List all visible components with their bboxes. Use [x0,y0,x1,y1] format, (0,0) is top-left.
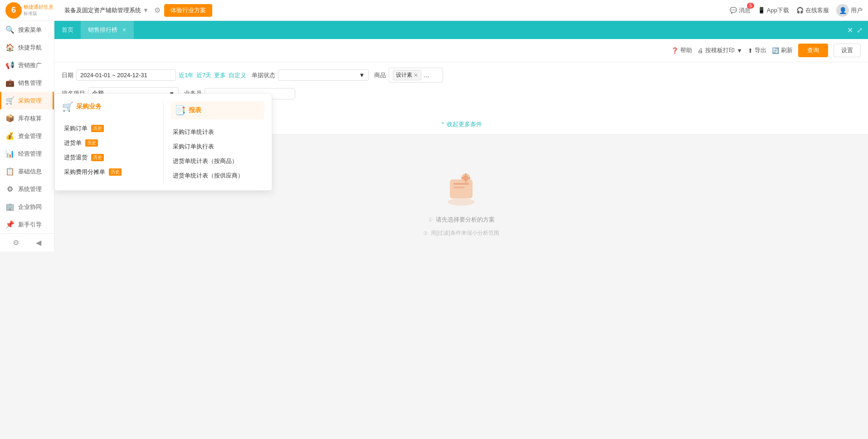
dropdown-item-purchase-order[interactable]: 采购订单 历史 [62,121,156,136]
date-near1year[interactable]: 近1年 [179,71,194,79]
filter-status-item: 单据状态 ▼ [252,69,369,81]
settings-button[interactable]: 设置 [834,44,861,57]
nav-settings-icon[interactable]: ⚙ [154,6,161,15]
goods-tag-close[interactable]: ✕ [414,72,418,79]
date-value: 2024-01-01 ~ 2024-12-31 [80,72,147,79]
search-icon: 🔍 [5,25,15,34]
sidebar-item-capital[interactable]: 💰 资金管理 [0,127,54,145]
tab-bar-close-icon[interactable]: ✕ [847,26,853,35]
help-label: 帮助 [680,46,692,54]
goods-tag: 设计素 ✕ [393,70,421,80]
purchase-return-label: 进货退货 [64,153,88,162]
basic-icon: 📋 [5,167,15,176]
dropdown-item-report-receive-supplier[interactable]: 进货单统计表（按供应商） [171,168,265,183]
refresh-action[interactable]: 🔄 刷新 [772,46,793,54]
sidebar-item-quicknav[interactable]: 🏠 快捷导航 [0,39,54,56]
app-download-action[interactable]: 📱 App下载 [758,6,789,15]
dropdown-item-report-receive-goods[interactable]: 进货单统计表（按商品） [171,154,265,168]
export-action[interactable]: ⬆ 导出 [748,46,766,54]
sidebar-item-basic[interactable]: 📋 基础信息 [0,163,54,180]
sidebar-bottom: ⚙ ◀ [0,233,54,252]
help-icon: ❓ [671,47,678,54]
refresh-label: 刷新 [781,46,793,54]
sidebar-item-system[interactable]: ⚙ 系统管理 [0,180,54,198]
tab-salesrank[interactable]: 销售排行榜 ✕ [81,21,134,39]
message-icon: 💬 [730,7,737,14]
history-tag-1: 历史 [91,125,104,132]
sidebar-collapse-btn[interactable]: ◀ [36,238,41,247]
tab-bar-right: ✕ ⤢ [847,26,868,35]
dropdown-item-report-order-stat[interactable]: 采购订单统计表 [171,125,265,139]
dropdown-item-purchase-receive[interactable]: 进货单 历史 [62,136,156,150]
dropdown-item-purchase-return[interactable]: 进货退货 历史 [62,150,156,165]
report-order-exec-label: 采购订单执行表 [173,143,214,151]
top-bar: 6 畅捷通好生意 标准版 装备及固定资产辅助管理系统 ▼ ⚙ 体验行业方案 💬 … [0,0,868,21]
sidebar-item-search[interactable]: 🔍 搜索菜单 [0,21,54,39]
goods-more-dots[interactable]: … [423,72,429,79]
sidebar-settings-btn[interactable]: ⚙ [13,238,19,247]
logo-icon: 6 [5,2,22,19]
avatar: 👤 [836,4,849,17]
date-near7days[interactable]: 近7天 [196,71,211,79]
online-service-action[interactable]: 🎧 在线客服 [796,6,829,15]
help-action[interactable]: ❓ 帮助 [671,46,692,54]
solution-button[interactable]: 体验行业方案 [164,4,212,17]
top-nav-area: 装备及固定资产辅助管理系统 ▼ ⚙ 体验行业方案 [60,4,730,17]
sidebar-item-label-enterprise: 企业协同 [18,203,42,211]
export-icon: ⬆ [748,47,753,54]
empty-hint-2: ② 用[过滤]条件来缩小分析范围 [423,229,499,237]
print-template-action[interactable]: 🖨 按模板打印 ▼ [697,46,742,54]
dropdown-col-report: 📑 报表 采购订单统计表 采购订单执行表 进货单统计表（按商品） [171,101,265,183]
dropdown-item-purchase-expense[interactable]: 采购费用分摊单 历史 [62,165,156,179]
collapse-button[interactable]: ⌃ 收起更多条件 [440,120,482,128]
message-action[interactable]: 💬 消息 5 [730,6,751,15]
status-select[interactable]: ▼ [278,69,369,81]
sidebar: 🔍 搜索菜单 🏠 快捷导航 📢 营销推广 💼 销售管理 🛒 采购管 [0,21,54,252]
sidebar-item-purchase[interactable]: 🛒 采购管理 [0,92,54,109]
dropdown-col-purchase: 🛒 采购业务 采购订单 历史 进货单 历史 进货退货 [62,101,156,183]
sidebar-item-operations[interactable]: 📊 经营管理 [0,145,54,163]
logo-text: 畅捷通好生意 [24,4,54,10]
tab-bar-expand-icon[interactable]: ⤢ [857,26,863,35]
history-tag-2: 历史 [85,139,98,147]
filter-goods-item: 商品 设计素 ✕ … [374,68,443,83]
dropdown-right-title: 报表 [189,106,201,114]
purchase-order-label: 采购订单 [64,124,88,133]
tab-home[interactable]: 首页 [54,21,81,39]
dropdown-item-report-order-exec[interactable]: 采购订单执行表 [171,139,265,154]
user-label: 用户 [851,6,863,15]
dropdown-left-title: 采购业务 [76,103,102,111]
operations-icon: 📊 [5,149,15,158]
dropdown-left-header: 🛒 采购业务 [62,101,156,116]
user-action[interactable]: 👤 用户 [836,4,863,17]
mobile-icon: 📱 [758,7,765,14]
sidebar-item-enterprise[interactable]: 🏢 企业协同 [0,198,54,216]
logo-tag: 标准版 [24,10,54,17]
sidebar-item-inventory[interactable]: 📦 库存核算 [0,109,54,127]
report-receive-goods-label: 进货单统计表（按商品） [173,157,238,165]
sidebar-item-sales[interactable]: 💼 销售管理 [0,74,54,92]
system-icon: ⚙ [5,185,15,193]
sidebar-item-label-quicknav: 快捷导航 [18,44,42,52]
date-input[interactable]: 2024-01-01 ~ 2024-12-31 [76,69,176,81]
empty-illustration [441,168,482,210]
date-custom[interactable]: 自定义 [229,71,246,79]
main-area: 🔍 搜索菜单 🏠 快捷导航 📢 营销推广 💼 销售管理 🛒 采购管 [0,21,868,439]
sidebar-item-newbie[interactable]: 📌 新手引导 [0,216,54,233]
date-more[interactable]: 更多 [214,71,226,79]
empty-text-2: 用[过滤]条件来缩小分析范围 [431,229,499,237]
purchase-icon: 🛒 [5,96,15,105]
content-area: 首页 销售排行榜 ✕ ✕ ⤢ ❓ 帮助 🖨 按模板 [54,21,868,439]
status-chevron: ▼ [359,72,365,79]
tab-close-icon[interactable]: ✕ [122,27,127,33]
home-icon: 🏠 [5,43,15,52]
filter-row-1: 日期 2024-01-01 ~ 2024-12-31 近1年 近7天 更多 自定… [62,68,861,83]
query-button[interactable]: 查询 [798,44,828,57]
sidebar-wrapper: 🔍 搜索菜单 🏠 快捷导航 📢 营销推广 💼 销售管理 🛒 采购管 [0,21,54,439]
collapse-arrow: ⌃ [440,121,445,128]
sidebar-item-label-purchase: 采购管理 [18,97,42,105]
empty-icon [441,168,482,209]
sidebar-item-marketing[interactable]: 📢 营销推广 [0,56,54,74]
nav-dropdown-icon[interactable]: ▼ [143,7,149,14]
goods-input[interactable]: 设计素 ✕ … [389,68,443,83]
